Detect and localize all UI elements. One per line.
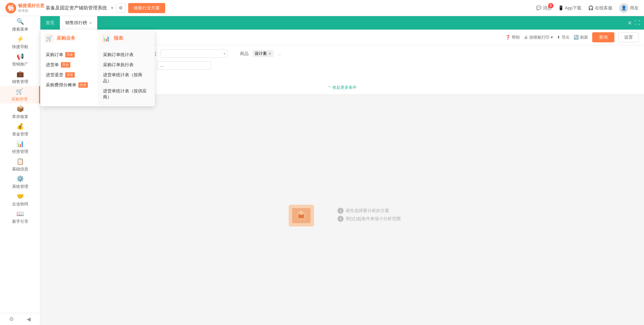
money-icon: 💰: [16, 123, 24, 130]
print-icon: 🖨: [524, 35, 528, 40]
logo-icon: 畅: [5, 3, 16, 13]
goods-tag-text: 设计素: [255, 51, 267, 56]
book-icon: 📖: [16, 210, 24, 217]
tab-maximize-icon[interactable]: ⛶: [635, 20, 640, 26]
megaphone-icon: 📢: [16, 53, 24, 60]
tab-close-icon[interactable]: ✕: [89, 21, 92, 25]
refresh-btn[interactable]: 🔄 刷新: [574, 35, 588, 40]
sidebar-item-marketing[interactable]: 📢 营销推广: [0, 51, 40, 69]
sidebar-item-label: 基础信息: [12, 166, 28, 172]
sidebar-item-quicknav[interactable]: ⚡ 快捷导航: [0, 34, 40, 51]
sidebar-item-basicinfo[interactable]: 📋 基础信息: [0, 156, 40, 173]
avatar: 👤: [619, 3, 629, 13]
sidebar-item-sysconfig[interactable]: ⚙️ 系统管理: [0, 173, 40, 191]
online-service-action[interactable]: 🎧 在线客服: [588, 5, 612, 11]
app-download-action[interactable]: 📱 App下载: [558, 5, 581, 11]
dropdown-item-purchase-order[interactable]: 采购订单 历史: [44, 50, 94, 60]
sidebar-item-sales[interactable]: 💼 销售管理: [0, 69, 40, 86]
export-btn[interactable]: ⬆ 导出: [557, 35, 570, 40]
sidebar-item-inventory[interactable]: 📦 库存核算: [0, 104, 40, 121]
lightning-icon: ⚡: [16, 35, 24, 43]
help-btn[interactable]: ❓ 帮助: [505, 35, 520, 40]
message-icon: 💬: [536, 5, 541, 10]
logo-text: 畅捷通好生意 标准版: [18, 3, 44, 13]
dropdown-item-inbound-supplier[interactable]: 进货单统计表（按供应商）: [102, 86, 151, 102]
print-label: 按模板打印: [529, 35, 549, 40]
message-badge: 9: [548, 3, 553, 8]
chart-icon: 📊: [16, 140, 24, 148]
goods-more[interactable]: ...: [278, 51, 281, 56]
user-action[interactable]: 👤 用友: [619, 3, 639, 13]
help-icon: ❓: [505, 35, 510, 40]
doc-status-input[interactable]: [160, 49, 228, 58]
dropdown-item-expense[interactable]: 采购费用分摊单 历史: [44, 80, 94, 90]
refresh-label: 刷新: [580, 35, 588, 40]
sidebar-settings-btn[interactable]: ⚙: [3, 316, 20, 322]
industry-btn[interactable]: 体验行业方案: [128, 3, 165, 13]
expense-label: 采购费用分摊单: [46, 82, 76, 88]
settings-icon[interactable]: ⚙: [116, 3, 126, 13]
tab-sales-label: 销售排行榜: [65, 20, 87, 26]
sidebar-item-search[interactable]: 🔍 搜索菜单: [0, 16, 40, 34]
box-icon: 📦: [16, 105, 24, 113]
dropdown-item-inbound-goods[interactable]: 进货单统计表（按商品）: [102, 70, 151, 86]
system-title: 装备及固定资产辅助管理系统: [46, 5, 107, 11]
empty-illustration: [284, 196, 324, 230]
print-btn[interactable]: 🖨 按模板打印 ▾: [524, 35, 553, 40]
salesperson-input[interactable]: ...: [157, 61, 211, 70]
purchase-dropdown: 🛒 采购业务 采购订单 历史 进货单 历史 进货退货 历史 采购费用分摊单 历史: [40, 30, 155, 106]
search-icon: 🔍: [16, 18, 24, 25]
query-btn[interactable]: 查询: [592, 32, 614, 42]
user-label: 用友: [630, 5, 639, 11]
dropdown-item-return[interactable]: 进货退货 历史: [44, 70, 94, 80]
tab-home[interactable]: 首页: [40, 16, 60, 30]
expense-history: 历史: [78, 82, 88, 88]
order-exec-label: 采购订单执行表: [103, 62, 134, 68]
gear-icon: ⚙️: [16, 175, 24, 182]
purchase-col: 🛒 采购业务 采购订单 历史 进货单 历史 进货退货 历史 采购费用分摊单 历史: [40, 30, 98, 106]
sidebar-item-finance[interactable]: 💰 资金管理: [0, 121, 40, 138]
doc-status-dropdown-icon: ▾: [223, 51, 226, 56]
messages-action[interactable]: 💬 消息 9: [536, 5, 551, 11]
tab-home-label: 首页: [46, 20, 55, 26]
sidebar-item-guide[interactable]: 📖 新手引导: [0, 208, 40, 226]
top-actions: 💬 消息 9 📱 App下载 🎧 在线客服 👤 用友: [536, 3, 639, 13]
briefcase-icon: 💼: [16, 70, 24, 78]
tab-sales-ranking[interactable]: 销售排行榜 ✕: [60, 16, 97, 30]
handshake-icon: 🤝: [16, 193, 24, 200]
refresh-icon: 🔄: [574, 35, 579, 40]
sidebar-item-label: 系统管理: [12, 184, 28, 190]
return-label: 进货退货: [46, 72, 63, 78]
logo-version: 标准版: [18, 8, 44, 13]
goods-tag-close[interactable]: ✕: [268, 51, 272, 56]
empty-svg: [284, 196, 324, 230]
title-dropdown-icon[interactable]: ▾: [111, 5, 113, 10]
sidebar: 🔍 搜索菜单 ⚡ 快捷导航 📢 营销推广 💼 销售管理 🛒 采购管理 📦 库存核…: [0, 16, 40, 325]
dropdown-item-order-stats[interactable]: 采购订单统计表: [102, 50, 151, 60]
report-col-title: 报表: [114, 35, 123, 41]
return-history: 历史: [65, 72, 75, 78]
collapse-filter-btn[interactable]: ⌃ 收起更多条件: [322, 85, 362, 90]
content-area: 1 请先选择要分析的方案 2 用[过滤]条件来缩小分析范围: [40, 95, 644, 325]
app-download-label: App下载: [565, 5, 581, 11]
dropdown-item-order-exec[interactable]: 采购订单执行表: [102, 60, 151, 70]
empty-tip2: 用[过滤]条件来缩小分析范围: [346, 216, 400, 222]
inbound-supplier-label: 进货单统计表（按供应商）: [103, 88, 149, 100]
filter-settings-btn[interactable]: 设置: [618, 32, 639, 42]
sidebar-item-purchase[interactable]: 🛒 采购管理: [0, 86, 40, 104]
dropdown-item-inbound[interactable]: 进货单 历史: [44, 60, 94, 70]
empty-tip1: 请先选择要分析的方案: [346, 208, 389, 214]
cart-icon: 🛒: [16, 88, 23, 95]
logo-area: 畅 畅捷通好生意 标准版: [5, 3, 46, 13]
sidebar-item-label: 搜索菜单: [12, 27, 28, 32]
sidebar-collapse-btn[interactable]: ◀: [20, 316, 38, 322]
help-label: 帮助: [512, 35, 520, 40]
sidebar-item-management[interactable]: 📊 经营管理: [0, 138, 40, 156]
sidebar-item-cooperation[interactable]: 🤝 企业协同: [0, 191, 40, 208]
tab-close-window-icon[interactable]: ✕: [628, 20, 632, 26]
collapse-icon: ⌃: [328, 85, 331, 90]
phone-icon: 📱: [558, 5, 564, 10]
sidebar-item-label: 经营管理: [12, 149, 28, 155]
purchase-col-icon: 🛒: [44, 34, 54, 43]
clipboard-icon: 📋: [16, 158, 24, 165]
